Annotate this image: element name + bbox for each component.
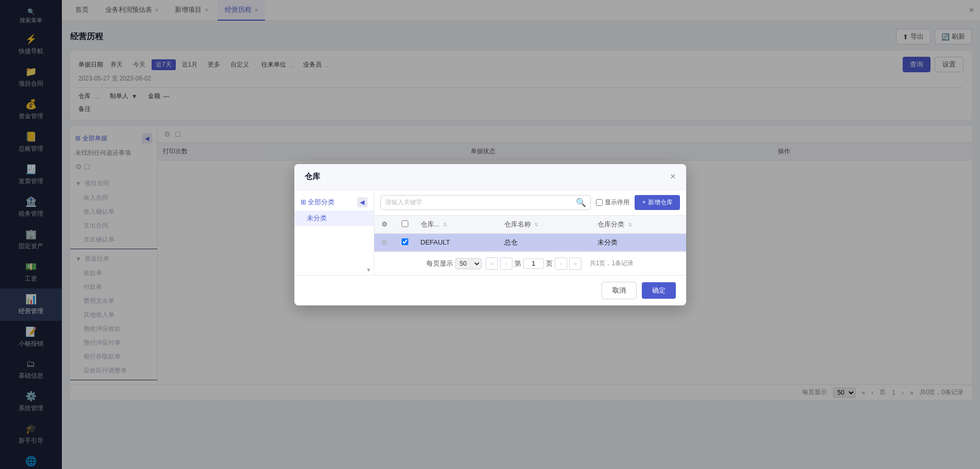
category-collapse-icon: ◀ — [360, 199, 364, 206]
category-all-label: 全部分类 — [308, 198, 335, 206]
modal-close-button[interactable]: × — [670, 171, 676, 182]
last-page-btn[interactable]: » — [569, 257, 582, 270]
modal-body: ⊞ 全部分类 ◀ 未分类 ▼ — [294, 190, 686, 275]
page-input[interactable] — [523, 258, 544, 269]
first-page-btn[interactable]: « — [486, 257, 498, 270]
select-all-checkbox[interactable] — [402, 220, 408, 227]
page-suffix-label: 页 — [546, 259, 553, 268]
row-category: 未分类 — [592, 233, 686, 251]
modal-title: 仓库 — [305, 172, 320, 182]
total-info: 共1页，1条记录 — [590, 259, 634, 268]
row-settings-icon[interactable]: ⚙ — [381, 238, 388, 247]
col-settings-header[interactable]: ⚙ — [374, 216, 395, 234]
page-size-wrap: 每页显示 50 10 20 100 — [426, 258, 481, 269]
search-input-wrap: 🔍 — [380, 195, 591, 210]
table-panel: 🔍 显示停用 + 新增仓库 — [374, 190, 686, 275]
page-prefix-label: 第 — [514, 259, 521, 268]
search-input[interactable] — [385, 199, 573, 206]
page-size-label: 每页显示 — [426, 259, 453, 268]
row-code: DEFAULT — [416, 233, 499, 251]
prev-page-btn[interactable]: ‹ — [500, 257, 512, 270]
confirm-button[interactable]: 确定 — [642, 282, 676, 299]
cancel-button[interactable]: 取消 — [602, 282, 637, 299]
col-name-header[interactable]: 仓库名称 ⇅ — [499, 216, 592, 234]
category-scroll-indicator: ▼ — [366, 267, 372, 273]
sort-name-icon: ⇅ — [534, 222, 538, 228]
add-icon: + — [642, 199, 645, 206]
next-page-btn[interactable]: › — [555, 257, 567, 270]
sort-code-icon: ⇅ — [443, 222, 447, 228]
table-scroll-wrap: ⚙ 仓库... ⇅ — [374, 216, 686, 252]
add-warehouse-button[interactable]: + 新增仓库 — [635, 195, 679, 210]
warehouse-modal: 仓库 × ⊞ 全部分类 ◀ — [294, 164, 686, 305]
show-disabled-label: 显示停用 — [605, 198, 629, 207]
main-area: 首页 业务利润预估表 × 新增项目 × 经营历程 × × 经营历程 ⬆ 导出 — [62, 0, 980, 469]
modal-pagination: 每页显示 50 10 20 100 « ‹ 第 — [374, 252, 686, 275]
category-all-header[interactable]: ⊞ 全部分类 ◀ — [294, 194, 374, 211]
category-grid-icon: ⊞ — [301, 198, 306, 206]
show-disabled-wrap: 显示停用 — [596, 198, 629, 207]
row-name: 总仓 — [499, 233, 592, 251]
row-settings: ⚙ — [374, 233, 395, 251]
table-row[interactable]: ⚙ DEFAULT 总仓 未分类 — [374, 233, 686, 251]
category-collapse-btn[interactable]: ◀ — [357, 197, 368, 207]
col-code-header[interactable]: 仓库... ⇅ — [416, 216, 499, 234]
modal-table-toolbar: 🔍 显示停用 + 新增仓库 — [374, 190, 686, 216]
category-item-label: 未分类 — [307, 214, 327, 222]
page-size-select[interactable]: 50 10 20 100 — [455, 258, 481, 269]
col-category-label: 仓库分类 — [597, 220, 624, 228]
category-panel: ⊞ 全部分类 ◀ 未分类 ▼ — [294, 190, 374, 275]
page-nav: « ‹ 第 页 › » — [486, 257, 582, 270]
col-code-label: 仓库... — [421, 220, 440, 228]
modal-overlay: 仓库 × ⊞ 全部分类 ◀ — [62, 0, 980, 469]
category-item-unclassified[interactable]: 未分类 — [294, 211, 374, 226]
col-checkbox-header[interactable] — [395, 216, 416, 234]
add-warehouse-label: 新增仓库 — [648, 198, 673, 207]
col-category-header[interactable]: 仓库分类 ⇅ — [592, 216, 686, 234]
sort-category-icon: ⇅ — [628, 222, 632, 228]
settings-col-icon: ⚙ — [381, 220, 388, 228]
search-magnifier-icon: 🔍 — [576, 198, 586, 207]
col-name-label: 仓库名称 — [504, 220, 531, 228]
show-disabled-checkbox[interactable] — [596, 199, 603, 206]
row-checkbox — [395, 233, 416, 251]
row-select-checkbox[interactable] — [402, 238, 408, 245]
modal-header: 仓库 × — [294, 164, 686, 190]
modal-footer: 取消 确定 — [294, 275, 686, 305]
warehouse-table: ⚙ 仓库... ⇅ — [374, 216, 686, 252]
